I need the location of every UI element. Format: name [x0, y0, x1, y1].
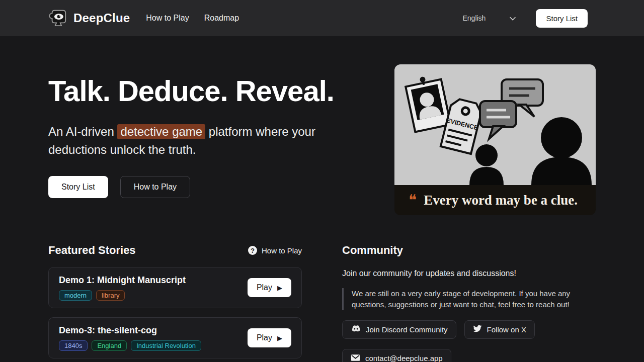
- quote-icon: ❝: [409, 193, 417, 208]
- twitter-bird-icon: [473, 325, 482, 334]
- brand-name: DeepClue: [73, 11, 130, 25]
- story-tag: 1840s: [59, 340, 88, 351]
- hero-image-caption: ❝ Every word may be a clue.: [394, 185, 596, 215]
- community-title: Community: [342, 244, 403, 257]
- deepclue-logo-icon: [48, 7, 67, 29]
- nav-story-list-button[interactable]: Story List: [536, 9, 588, 28]
- play-icon: ▶: [277, 334, 282, 342]
- nav-link-how-to-play[interactable]: How to Play: [146, 14, 189, 23]
- play-button-demo-1[interactable]: Play ▶: [248, 278, 291, 297]
- story-card-demo-3: Demo-3: the-silent-cog 1840s England Ind…: [48, 317, 302, 358]
- hero-subtitle: An AI-driven detective game platform whe…: [48, 123, 338, 159]
- question-circle-icon: ?: [248, 246, 257, 255]
- detective-illustration-image: EVIDENCE: [394, 64, 596, 185]
- hero-section: Talk. Deduce. Reveal. An AI-driven detec…: [48, 36, 596, 215]
- follow-x-button-label: Follow on X: [487, 325, 526, 334]
- featured-stories-section: Featured Stories ? How to Play Demo 1: M…: [48, 244, 302, 362]
- mail-icon: [351, 354, 360, 362]
- featured-how-to-play-link[interactable]: ? How to Play: [248, 246, 302, 255]
- play-button-demo-3[interactable]: Play ▶: [248, 328, 291, 347]
- discord-icon: [351, 325, 361, 334]
- hero-caption-text: Every word may be a clue.: [424, 193, 578, 208]
- language-selected-value: English: [462, 14, 486, 22]
- discord-button[interactable]: Join Discord Community: [342, 320, 456, 339]
- featured-stories-title: Featured Stories: [48, 244, 136, 257]
- community-intro: Join our community for updates and discu…: [342, 269, 596, 278]
- chevron-down-icon: [510, 14, 516, 22]
- subtitle-highlight: detective game: [117, 124, 205, 139]
- hero-title: Talk. Deduce. Reveal.: [48, 73, 360, 109]
- brand[interactable]: DeepClue: [48, 7, 130, 29]
- story-tag: England: [92, 340, 127, 351]
- story-tag: Industrial Revolution: [131, 340, 201, 351]
- subtitle-text-before: An AI-driven: [48, 125, 117, 138]
- play-button-label: Play: [257, 333, 272, 342]
- follow-x-button[interactable]: Follow on X: [464, 320, 535, 339]
- language-select[interactable]: English: [462, 14, 516, 22]
- community-section: Community Join our community for updates…: [342, 244, 596, 362]
- hero-story-list-button[interactable]: Story List: [48, 176, 108, 198]
- community-note: We are still on a very early stage of de…: [342, 288, 574, 310]
- nav-link-roadmap[interactable]: Roadmap: [204, 14, 239, 23]
- story-card-demo-1: Demo 1: Midnight Manuscript modern libra…: [48, 267, 302, 308]
- play-button-label: Play: [257, 283, 272, 292]
- nav-links: How to Play Roadmap: [146, 14, 239, 23]
- play-icon: ▶: [277, 284, 282, 292]
- contact-email-label: contact@deepclue.app: [365, 354, 443, 362]
- story-title: Demo 1: Midnight Manuscript: [59, 275, 186, 286]
- story-tag: modern: [59, 290, 92, 301]
- discord-button-label: Join Discord Community: [366, 325, 448, 334]
- hero-illustration: EVIDENCE: [394, 64, 596, 215]
- story-tag: library: [96, 290, 125, 301]
- help-link-label: How to Play: [262, 246, 302, 255]
- hero-how-to-play-button[interactable]: How to Play: [120, 176, 190, 198]
- story-title: Demo-3: the-silent-cog: [59, 325, 201, 336]
- contact-email-button[interactable]: contact@deepclue.app: [342, 349, 451, 362]
- navbar: DeepClue How to Play Roadmap English Sto…: [0, 0, 644, 36]
